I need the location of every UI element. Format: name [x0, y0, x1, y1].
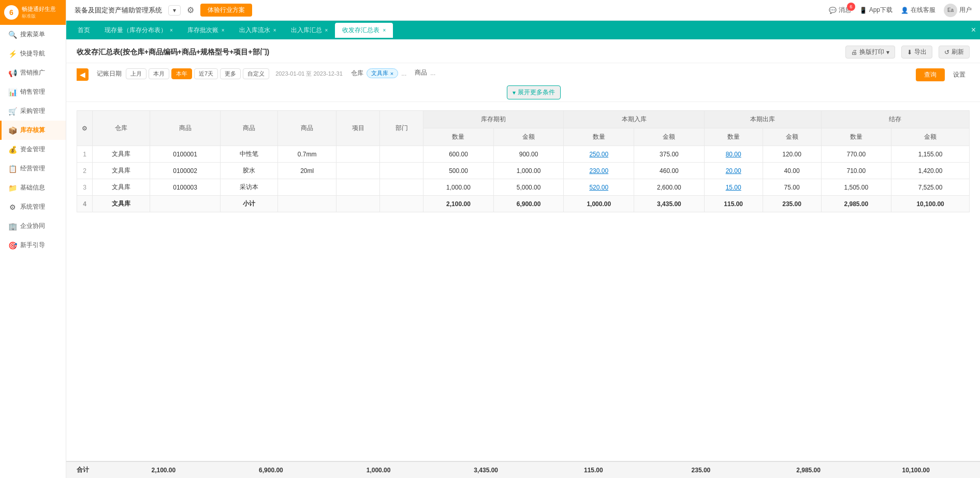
cell-project	[337, 179, 380, 196]
tab-inout-flow-close[interactable]: ×	[273, 27, 276, 33]
sidebar-label-sales: 销售管理	[20, 88, 45, 96]
sidebar-label-enterprise: 企业协同	[20, 222, 45, 230]
sidebar-icon-purchase: 🛒	[8, 107, 17, 115]
topbar: 装备及固定资产辅助管理系统 ▾ ⚙ 体验行业方案 💬 消息 6 📱 App下载 …	[66, 0, 980, 21]
tab-stock-dist-close[interactable]: ×	[170, 27, 173, 33]
date-this-year[interactable]: 本年	[171, 68, 192, 79]
table-settings-icon[interactable]: ⚙	[82, 125, 87, 132]
date-custom[interactable]: 自定义	[243, 68, 269, 79]
sidebar-label-finance: 资金管理	[20, 145, 45, 154]
filter-toggle-btn[interactable]: ◀	[77, 68, 89, 81]
settings-button[interactable]: 设置	[949, 68, 970, 81]
sidebar-item-operations[interactable]: 📋经营管理	[0, 159, 66, 178]
warehouse-tag-close[interactable]: ×	[390, 70, 393, 77]
th-closing: 结存	[821, 111, 970, 128]
tab-recv-send-label: 收发存汇总表	[342, 26, 379, 35]
user-avatar: Ea	[944, 4, 957, 17]
cell-out-qty[interactable]: 80.00	[704, 146, 763, 163]
cell-close-qty: 2,985.00	[821, 196, 891, 212]
cell-num: 4	[77, 196, 93, 212]
cell-in-qty[interactable]: 520.00	[564, 179, 634, 196]
cell-dept	[380, 179, 423, 196]
tab-inout-summary-close[interactable]: ×	[325, 27, 328, 33]
export-button[interactable]: ⬇ 导出	[901, 46, 932, 59]
cell-name: 中性笔	[220, 146, 277, 163]
topbar-gear-icon[interactable]: ⚙	[187, 5, 194, 15]
cell-in-qty[interactable]: 250.00	[564, 146, 634, 163]
refresh-label: 刷新	[952, 48, 964, 56]
online-service-btn[interactable]: 👤 在线客服	[901, 6, 935, 15]
cell-out-amt: 40.00	[763, 163, 821, 179]
sidebar-item-search[interactable]: 🔍搜索菜单	[0, 25, 66, 44]
service-icon: 👤	[901, 7, 909, 14]
cell-spec: 0.7mm	[278, 146, 337, 163]
print-button[interactable]: 🖨 换版打印 ▾	[845, 46, 895, 59]
sidebar-item-enterprise[interactable]: 🏢企业协同	[0, 216, 66, 236]
sidebar-label-purchase: 采购管理	[20, 107, 45, 115]
user-menu[interactable]: Ea 用户	[944, 4, 972, 17]
tab-home-label: 首页	[78, 26, 90, 35]
trial-button[interactable]: 体验行业方案	[200, 4, 252, 17]
sidebar-label-operations: 经营管理	[20, 164, 45, 173]
sidebar-item-quick[interactable]: ⚡快捷导航	[0, 44, 66, 63]
sidebar-item-marketing[interactable]: 📢营销推广	[0, 63, 66, 82]
cell-warehouse: 文具库	[93, 146, 150, 163]
sidebar-icon-enterprise: 🏢	[8, 222, 17, 230]
cell-code: 0100003	[150, 179, 221, 196]
sidebar-label-newbie: 新手引导	[20, 241, 45, 250]
sidebar-label-quick: 快捷导航	[20, 49, 45, 58]
th-open-qty: 数量	[423, 128, 494, 146]
brand-sub: 标准版	[22, 13, 56, 20]
sidebar-item-newbie[interactable]: 🎯新手引导	[0, 236, 66, 255]
date-more[interactable]: 更多	[220, 68, 241, 79]
cell-out-qty[interactable]: 20.00	[704, 163, 763, 179]
cell-in-qty[interactable]: 230.00	[564, 163, 634, 179]
query-button[interactable]: 查询	[916, 68, 945, 81]
close-all-tabs[interactable]: ×	[971, 25, 976, 35]
expand-more-btn[interactable]: ▾ 展开更多条件	[507, 85, 561, 99]
tab-recv-send[interactable]: 收发存汇总表 ×	[335, 23, 393, 38]
cell-close-amt: 10,100.00	[891, 196, 970, 212]
sidebar-menu: 🔍搜索菜单⚡快捷导航📢营销推广📊销售管理🛒采购管理📦库存核算💰资金管理📋经营管理…	[0, 25, 66, 478]
sidebar-item-inventory[interactable]: 📦库存核算	[0, 121, 66, 140]
cell-name: 采访本	[220, 179, 277, 196]
notification-btn[interactable]: 💬 消息 6	[829, 6, 851, 15]
product-more[interactable]: ...	[430, 69, 435, 77]
cell-project	[337, 163, 380, 179]
app-download-btn[interactable]: 📱 App下载	[859, 6, 893, 15]
sidebar-item-basic[interactable]: 📁基础信息	[0, 178, 66, 197]
th-dept: 部门	[380, 111, 423, 146]
sidebar-icon-sales: 📊	[8, 88, 17, 96]
tab-inout-summary-label: 出入库汇总	[291, 26, 322, 35]
tab-batch[interactable]: 库存批次账 ×	[180, 23, 232, 38]
sidebar-item-system[interactable]: ⚙系统管理	[0, 197, 66, 216]
system-name: 装备及固定资产辅助管理系统	[75, 6, 162, 15]
sidebar-item-finance[interactable]: 💰资金管理	[0, 140, 66, 159]
tab-recv-send-close[interactable]: ×	[383, 27, 386, 33]
system-dropdown[interactable]: ▾	[168, 5, 181, 16]
cell-out-qty[interactable]: 15.00	[704, 179, 763, 196]
tab-home[interactable]: 首页	[70, 23, 97, 38]
tab-stock-dist[interactable]: 现存量（库存分布表） ×	[97, 23, 180, 38]
footer-out-amt: 235.00	[647, 467, 755, 474]
th-in-qty: 数量	[564, 128, 634, 146]
tab-inout-flow[interactable]: 出入库流水 ×	[232, 23, 284, 38]
date-this-month[interactable]: 本月	[149, 68, 169, 79]
th-close-amt: 金额	[891, 128, 970, 146]
sidebar-icon-system: ⚙	[8, 203, 17, 211]
sidebar-label-inventory: 库存核算	[20, 126, 45, 135]
footer-total-label: 合计	[77, 466, 89, 474]
tab-inout-summary[interactable]: 出入库汇总 ×	[284, 23, 335, 38]
tab-batch-close[interactable]: ×	[222, 27, 225, 33]
date-last-month[interactable]: 上月	[126, 68, 147, 79]
footer-close-amt: 10,100.00	[862, 467, 970, 474]
date-7days[interactable]: 近7天	[194, 68, 218, 79]
refresh-button[interactable]: ↺ 刷新	[939, 46, 970, 59]
sidebar-item-sales[interactable]: 📊销售管理	[0, 82, 66, 102]
th-settings[interactable]: ⚙	[77, 111, 93, 146]
cell-name: 胶水	[220, 163, 277, 179]
sidebar-item-purchase[interactable]: 🛒采购管理	[0, 102, 66, 121]
footer-open-amt: 6,900.00	[217, 467, 325, 474]
warehouse-more[interactable]: ...	[401, 70, 406, 77]
footer-values: 2,100.00 6,900.00 1,000.00 3,435.00 115.…	[110, 467, 970, 474]
